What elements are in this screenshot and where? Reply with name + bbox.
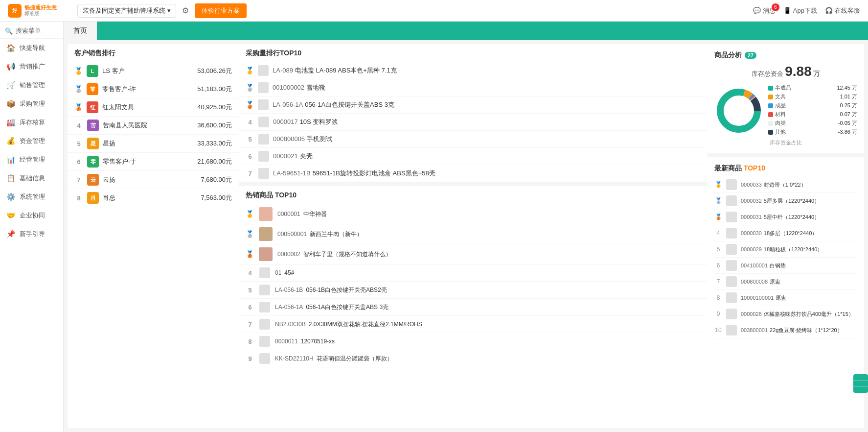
sidebar-item-资金管理[interactable]: 💰资金管理	[0, 132, 63, 150]
prod-info: 0145#	[275, 269, 701, 276]
inventory-title: 商品分析 27	[714, 51, 857, 60]
prod-info: LA-056-1B056-1B白色按键开关壳ABS2壳	[275, 286, 701, 294]
legend-item: 文具 1.01 万	[768, 93, 857, 100]
new-rank-number: 🥇	[714, 181, 722, 188]
rank-name: LS 客户	[102, 67, 193, 75]
most-purchased-item: 6 0000021夹壳	[239, 148, 708, 165]
sales-rank-item: 🥈 零 零售客户-许 51,183.00元	[68, 80, 239, 98]
legend-value: 0.07 万	[840, 111, 857, 118]
cs-live-btn[interactable]: 直播	[853, 387, 868, 393]
app-download-btn[interactable]: 📱 App下载	[783, 6, 817, 15]
sales-rank-item: 🥇 L LS 客户 53,006.26元	[68, 62, 239, 80]
hot-product-item: 7 NB2.0X30B2.0X30MM双摆花轴.摆花直径2.1MM/ROHS	[239, 316, 708, 333]
new-prod-thumb	[726, 276, 737, 287]
sales-rank-item: 5 星 星扬 33,333.00元	[68, 135, 239, 153]
message-btn[interactable]: 💬 消息 6	[753, 6, 776, 15]
rank-name: 肖总	[103, 193, 197, 202]
sidebar-item-新手引导[interactable]: 📌新手引导	[0, 225, 63, 243]
sidebar-label: 快捷导航	[20, 44, 45, 52]
new-prod-info: 000003018多层（1220*2440）	[741, 230, 857, 237]
prod-thumb	[258, 134, 269, 144]
system-selector[interactable]: 装备及固定资产辅助管理系统 ▾	[77, 4, 176, 18]
sidebar-item-营销推广[interactable]: 📢营销推广	[0, 57, 63, 76]
new-product-item: 6 004100001白钢垫	[714, 258, 857, 274]
legend-label: 文具	[775, 93, 838, 100]
new-products-card: 最新商品 TOP10 🥇 0000033封边带（1.0*22） 🥈 000003…	[708, 157, 864, 428]
legend-dot	[768, 121, 773, 126]
logo-text1: 畅捷通好生意	[24, 4, 57, 11]
new-product-item: 🥇 0000033封边带（1.0*22）	[714, 177, 857, 193]
legend-dot	[768, 103, 773, 108]
legend-value: -3.86 万	[838, 128, 857, 136]
new-prod-thumb	[726, 309, 737, 319]
most-purchased-item: 5 000800005手机测试	[239, 131, 708, 148]
top-bar: 好 畅捷通好生意 标准版 装备及固定资产辅助管理系统 ▾ ⚙ 体验行业方案 💬 …	[0, 0, 868, 22]
prod-thumb-empty	[259, 353, 270, 364]
new-rank-number: 10	[714, 327, 722, 334]
most-purchased-title: 采购量排行TOP10	[239, 44, 708, 62]
sidebar-search[interactable]: 🔍 搜索菜单	[0, 22, 63, 39]
sales-rank-item: 7 云 云扬 7,680.00元	[68, 171, 239, 189]
trial-button[interactable]: 体验行业方案	[195, 3, 247, 18]
hot-product-item: 6 LA-056-1A056-1A白色按键开关盖ABS 3壳	[239, 299, 708, 316]
rank-number: 5	[246, 287, 254, 294]
hot-product-item: 🥉 0000002智利车子里（规格不知道填什么）	[239, 244, 708, 264]
legend-label: 材料	[775, 111, 838, 118]
legend-value: -0.05 万	[838, 120, 857, 127]
content-area: 首页 客户销售排行 🥇 L LS 客户 53,006.26元 🥈 零 零售客户-…	[64, 22, 868, 432]
sidebar-item-基础信息[interactable]: 📋基础信息	[0, 169, 63, 188]
sidebar-icon: 📦	[6, 99, 16, 108]
sidebar-item-企业协同[interactable]: 🤝企业协同	[0, 206, 63, 225]
legend-dot	[768, 86, 773, 91]
cs-community-btn[interactable]: 服务社区	[853, 381, 868, 387]
sidebar-item-系统管理[interactable]: ⚙️系统管理	[0, 188, 63, 206]
rank-avatar: 星	[87, 138, 99, 149]
prod-img	[259, 207, 273, 221]
hot-product-item: 9 KK-SD22110H花语萌但温分罐罐袋（厚款）	[239, 350, 708, 367]
inventory-unit: 万	[813, 70, 820, 77]
sales-ranking-title: 客户销售排行	[68, 44, 239, 62]
inventory-caption: 库存资金占比	[714, 139, 857, 146]
right-panel: 商品分析 27 库存总资金 9.88 万	[708, 44, 864, 428]
prod-info: 000001112070519-xs	[275, 338, 701, 345]
sales-rank-item: 🥉 红 红太阳文具 40,925.00元	[68, 98, 239, 117]
settings-icon[interactable]: ⚙	[182, 6, 189, 15]
prod-thumb	[258, 99, 269, 110]
cs-hotline-btn[interactable]: 客服热线	[853, 374, 868, 381]
sidebar-item-采购管理[interactable]: 📦采购管理	[0, 95, 63, 113]
new-rank-number: 8	[714, 294, 722, 301]
sidebar-item-经营管理[interactable]: 📊经营管理	[0, 150, 63, 169]
rank-badge: 🥇	[246, 210, 254, 218]
new-product-item: 🥈 00000325厘多层（1220*2440）	[714, 193, 857, 209]
new-rank-number: 7	[714, 278, 722, 285]
hot-product-item: 5 LA-056-1B056-1B白色按键开关壳ABS2壳	[239, 282, 708, 299]
rank-avatar: 红	[87, 101, 98, 113]
legend-item: 其他 -3.86 万	[768, 128, 857, 136]
rank-number: 8	[74, 194, 83, 202]
donut-chart	[714, 86, 763, 135]
headset-icon: 🎧	[825, 7, 833, 14]
prod-info: 0000001中华神器	[277, 210, 701, 218]
app-icon: 📱	[783, 7, 791, 14]
sidebar-label: 库存核算	[20, 118, 45, 127]
new-product-item: 9 0000028体械嘉核味苏打饮品400毫升（1*15）	[714, 306, 857, 322]
sidebar-item-快捷导航[interactable]: 🏠快捷导航	[0, 39, 63, 57]
online-service-btn[interactable]: 🎧 在线客服	[825, 6, 860, 15]
hot-product-item: 8 000001112070519-xs	[239, 333, 708, 350]
sidebar-item-库存核算[interactable]: 🏭库存核算	[0, 113, 63, 132]
new-prod-thumb	[726, 195, 737, 206]
prod-thumb-empty	[259, 302, 270, 312]
rank-avatar: 零	[87, 83, 98, 95]
sidebar-icon: 📌	[6, 230, 16, 239]
rank-number: 4	[74, 122, 83, 129]
legend-item: 半成品 12.45 万	[768, 84, 857, 92]
legend: 半成品 12.45 万 文具 1.01 万 成品 0.25 万 材料 0.07 …	[768, 84, 857, 137]
rank-badge: 🥉	[246, 101, 254, 109]
system-name: 装备及固定资产辅助管理系统	[83, 6, 165, 15]
rank-amount: 51,183.00元	[197, 85, 232, 94]
new-product-item: 4 000003018多层（1220*2440）	[714, 225, 857, 241]
hot-product-item: 🥈 000500001新西兰牛肉（新牛）	[239, 224, 708, 244]
tab-home[interactable]: 首页	[64, 22, 97, 40]
sidebar-label: 资金管理	[20, 137, 45, 145]
sidebar-item-销售管理[interactable]: 🛒销售管理	[0, 76, 63, 95]
